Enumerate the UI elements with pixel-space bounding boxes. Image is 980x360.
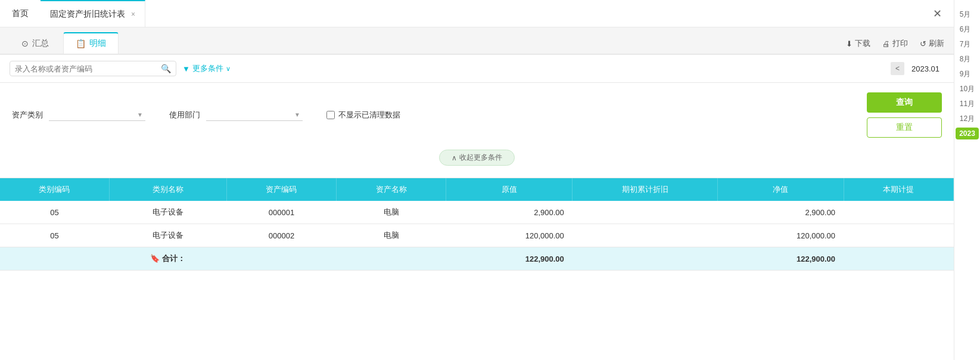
total-cell [844, 247, 953, 271]
total-cell [337, 247, 446, 271]
category-label: 资产类别 [12, 110, 43, 120]
query-button[interactable]: 查询 [867, 92, 942, 113]
search-input[interactable] [15, 64, 157, 73]
detail-icon: 📋 [76, 39, 86, 48]
total-cell: 🔖 合计： [109, 247, 226, 271]
data-table: 类别编码 类别名称 资产编码 资产名称 原值 期初累计折旧 净值 本期计提 05… [0, 178, 954, 271]
tab-summary[interactable]: ⊙ 汇总 [10, 33, 61, 54]
summary-icon: ⊙ [21, 39, 29, 48]
total-cell [226, 247, 336, 271]
table-cell: 2,900.00 [446, 201, 573, 224]
total-cell [573, 247, 718, 271]
category-select-input[interactable] [51, 110, 135, 119]
table-cell: 2,900.00 [717, 201, 844, 224]
table-cell [573, 224, 718, 247]
category-filter-field: 资产类别 ▼ [12, 109, 145, 121]
table-row: 05电子设备000001电脑2,900.002,900.00 [0, 201, 954, 224]
tab-close-icon[interactable]: × [131, 10, 135, 18]
table-cell: 电子设备 [109, 224, 226, 247]
search-icon[interactable]: 🔍 [161, 64, 171, 73]
date-nav-prev[interactable]: < [891, 62, 904, 75]
filter-panel: 资产类别 ▼ 使用部门 ▼ 不显示已清理数据 查询 重置 [0, 83, 954, 178]
table-cell [844, 201, 953, 224]
table-cell [844, 224, 953, 247]
table-cell: 05 [0, 201, 109, 224]
month-item[interactable]: 6月 [956, 22, 978, 37]
tab-bar: ⊙ 汇总 📋 明细 ⬇ 下载 🖨 打印 ↺ 刷新 [0, 27, 954, 55]
reset-button[interactable]: 重置 [867, 117, 942, 138]
year-badge[interactable]: 2023 [956, 128, 979, 139]
month-item[interactable]: 5月 [956, 7, 978, 22]
collapse-button[interactable]: ∧ 收起更多条件 [439, 150, 515, 166]
collapse-label: 收起更多条件 [459, 153, 502, 163]
search-bar: 🔍 ▼ 更多条件 ∨ < 2023.01 [0, 55, 954, 83]
print-label: 打印 [892, 38, 908, 49]
col-header-category-name: 类别名称 [109, 178, 226, 201]
month-item[interactable]: 10月 [956, 82, 978, 97]
hide-cleared-checkbox[interactable] [326, 111, 335, 119]
download-icon: ⬇ [846, 39, 853, 48]
refresh-button[interactable]: ↺ 刷新 [920, 38, 944, 49]
tab-summary-label: 汇总 [32, 38, 49, 49]
col-header-accum-dep: 期初累计折旧 [573, 178, 718, 201]
refresh-label: 刷新 [929, 38, 944, 49]
total-row: 🔖 合计：122,900.00122,900.00 [0, 247, 954, 271]
table-cell: 电脑 [337, 201, 446, 224]
collapse-up-icon: ∧ [452, 154, 457, 162]
department-label: 使用部门 [169, 110, 200, 120]
table-cell: 05 [0, 224, 109, 247]
tab-title: 固定资产折旧统计表 [50, 9, 125, 20]
department-filter-field: 使用部门 ▼ [169, 109, 303, 121]
download-button[interactable]: ⬇ 下载 [846, 38, 870, 49]
col-header-current-period: 本期计提 [844, 178, 953, 201]
filter-label: 更多条件 [192, 63, 223, 74]
month-item[interactable]: 9月 [956, 67, 978, 82]
hide-cleared-wrap: 不显示已清理数据 [326, 110, 400, 120]
print-button[interactable]: 🖨 打印 [882, 38, 908, 49]
more-filter-button[interactable]: ▼ 更多条件 ∨ [182, 63, 231, 74]
tab-detail-label: 明细 [89, 38, 106, 49]
month-item[interactable]: 8月 [956, 52, 978, 67]
table-cell: 000002 [226, 224, 336, 247]
date-nav: < 2023.01 [891, 62, 944, 75]
date-display: 2023.01 [907, 64, 944, 73]
window-close-button[interactable]: ✕ [921, 0, 954, 27]
tab-detail[interactable]: 📋 明细 [63, 32, 119, 54]
col-header-original-value: 原值 [446, 178, 573, 201]
table-cell: 电脑 [337, 224, 446, 247]
col-header-category-code: 类别编码 [0, 178, 109, 201]
table-cell: 120,000.00 [446, 224, 573, 247]
category-arrow-icon: ▼ [137, 111, 143, 118]
department-select-input[interactable] [209, 110, 292, 119]
col-header-asset-name: 资产名称 [337, 178, 446, 201]
collapse-row: ∧ 收起更多条件 [12, 145, 942, 168]
total-cell: 122,900.00 [717, 247, 844, 271]
department-arrow-icon: ▼ [294, 111, 300, 118]
active-tab[interactable]: 固定资产折旧统计表 × [41, 0, 145, 27]
search-input-wrap: 🔍 [10, 61, 176, 76]
filter-icon: ▼ [182, 64, 190, 73]
right-panel: 5月6月7月8月9月10月11月12月 2023 [954, 0, 980, 360]
total-cell [0, 247, 109, 271]
table-header-row: 类别编码 类别名称 资产编码 资产名称 原值 期初累计折旧 净值 本期计提 [0, 178, 954, 201]
total-cell: 122,900.00 [446, 247, 573, 271]
hide-cleared-label: 不显示已清理数据 [338, 110, 400, 120]
col-header-asset-code: 资产编码 [226, 178, 336, 201]
col-header-net-value: 净值 [717, 178, 844, 201]
download-label: 下载 [855, 38, 870, 49]
table-cell [573, 201, 718, 224]
month-item[interactable]: 12月 [956, 111, 978, 126]
category-select-wrap: ▼ [49, 109, 145, 121]
toolbar: ⬇ 下载 🖨 打印 ↺ 刷新 [846, 38, 944, 54]
table-row: 05电子设备000002电脑120,000.00120,000.00 [0, 224, 954, 247]
table-cell: 000001 [226, 201, 336, 224]
month-item[interactable]: 7月 [956, 37, 978, 52]
top-nav-bar: 首页 固定资产折旧统计表 × ✕ [0, 0, 954, 27]
month-item[interactable]: 11月 [956, 97, 978, 111]
print-icon: 🖨 [882, 39, 890, 48]
department-select-wrap: ▼ [206, 109, 303, 121]
table-wrap: 类别编码 类别名称 资产编码 资产名称 原值 期初累计折旧 净值 本期计提 05… [0, 178, 954, 360]
filter-row: 资产类别 ▼ 使用部门 ▼ 不显示已清理数据 查询 重置 [12, 92, 942, 138]
filter-arrow-icon: ∨ [226, 65, 231, 73]
home-nav-item[interactable]: 首页 [0, 0, 41, 27]
